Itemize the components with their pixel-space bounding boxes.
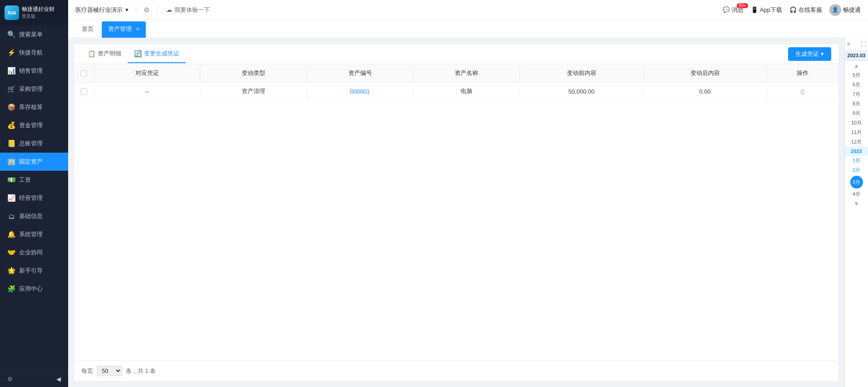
ledger-icon: 📒	[7, 139, 15, 148]
experience-btn[interactable]: ☁ 我要体验一下	[166, 6, 210, 14]
sidebar-label-sales: 销售管理	[19, 67, 43, 75]
settings-icon[interactable]: ⚙	[144, 6, 149, 14]
sidebar-label-cooperation: 企业协同	[19, 248, 43, 257]
topbar-divider2	[157, 6, 157, 14]
sidebar-label-business: 经营管理	[19, 194, 43, 202]
sub-tab-change-voucher-label: 变更生成凭证	[144, 50, 179, 58]
main-panel: 📋 资产明细 🔄 变更生成凭证 生成凭证 ▾	[74, 44, 839, 382]
cal-month-5[interactable]: 5月	[845, 70, 868, 80]
tab-asset-mgmt[interactable]: 资产管理 ×	[102, 21, 146, 38]
cal-month-7[interactable]: 7月	[845, 89, 868, 99]
topbar: 医疗器械行业演示 ▾ ⚙ ☁ 我要体验一下 💬 消息 99+ 📱 App下载 🎧…	[68, 0, 868, 20]
sidebar-label-ledger: 总账管理	[19, 139, 43, 148]
lightning-icon: ⚡	[7, 49, 15, 57]
tab-home[interactable]: 首页	[75, 21, 100, 38]
star-icon: 🌟	[7, 267, 15, 275]
sidebar-item-fixed-assets[interactable]: 🏢 固定资产	[0, 153, 68, 171]
sidebar-item-business[interactable]: 📈 经营管理	[0, 189, 68, 207]
user-name: 畅捷通	[843, 6, 861, 14]
tab-asset-mgmt-label: 资产管理	[108, 25, 132, 32]
table-wrapper: 对应凭证 变动类型 资产编号 资产名称	[74, 64, 838, 360]
message-btn[interactable]: 💬 消息 99+	[723, 6, 744, 14]
sidebar-item-inventory[interactable]: 📦 库存核算	[0, 98, 68, 116]
sidebar-item-guide[interactable]: 🌟 新手引导	[0, 262, 68, 280]
cal-month-10[interactable]: 10月	[845, 118, 868, 128]
company-name: 医疗器械行业演示	[75, 6, 123, 14]
message-icon: 💬	[723, 6, 730, 13]
row-asset-name: 电脑	[413, 83, 520, 100]
sidebar-label-inventory: 库存核算	[19, 103, 43, 111]
company-selector[interactable]: 医疗器械行业演示 ▾	[75, 6, 129, 14]
app-download-btn[interactable]: 📱 App下载	[751, 6, 782, 14]
data-table: 对应凭证 变动类型 资产编号 资产名称	[74, 64, 838, 100]
col-before-value: 变动前内容	[520, 64, 643, 83]
money-icon: 💰	[7, 121, 15, 129]
cart-icon: 🛒	[7, 85, 15, 93]
sidebar-item-sales[interactable]: 📊 销售管理	[0, 62, 68, 80]
sidebar-item-base-info[interactable]: 🗂 基础信息	[0, 207, 68, 225]
chevron-down-icon: ▾	[125, 6, 129, 13]
cal-month-4[interactable]: 4月	[845, 189, 868, 199]
col-asset-code: 资产编号	[307, 64, 413, 83]
sidebar-item-purchase[interactable]: 🛒 采购管理	[0, 80, 68, 98]
generate-voucher-btn[interactable]: 生成凭证 ▾	[788, 47, 831, 61]
sidebar-item-system[interactable]: 🔔 系统管理	[0, 225, 68, 243]
cal-month-8[interactable]: 8月	[845, 99, 868, 109]
select-all-checkbox[interactable]	[80, 70, 87, 77]
user-profile-btn[interactable]: 👤 畅捷通	[829, 4, 861, 16]
scroll-up-btn[interactable]: ▲	[845, 61, 868, 70]
sidebar-label-app-center: 应用中心	[19, 285, 43, 293]
tabbar: 首页 资产管理 ×	[68, 20, 868, 38]
settings-bottom-icon[interactable]: ⚙	[7, 376, 13, 382]
cal-year-2023[interactable]: 2023	[845, 147, 868, 156]
cal-month-9[interactable]: 9月	[845, 109, 868, 118]
app-version: 普及版	[22, 13, 55, 20]
row-checkbox[interactable]	[80, 88, 87, 95]
refresh-icon: 🔄	[134, 50, 142, 57]
puzzle-icon: 🧩	[7, 285, 15, 293]
cal-month-11[interactable]: 11月	[845, 128, 868, 137]
sidebar: AtA 畅捷通好业财 普及版 🔍 搜索菜单 ⚡ 快捷导航 📊 销售管理 🛒 采购…	[0, 0, 68, 387]
sub-tab-asset-list-label: 资产明细	[98, 50, 121, 58]
calendar-expand-btn[interactable]: ⛶	[861, 41, 866, 47]
sidebar-item-app-center[interactable]: 🧩 应用中心	[0, 280, 68, 298]
sidebar-item-search[interactable]: 🔍 搜索菜单	[0, 25, 68, 44]
list-icon: 📋	[88, 50, 95, 57]
sidebar-collapse-icon[interactable]: ◀	[56, 376, 61, 382]
building-icon: 🏢	[7, 158, 15, 166]
sidebar-label-system: 系统管理	[19, 230, 43, 238]
row-operation: 🗑	[767, 83, 838, 100]
row-asset-code: 000001	[307, 83, 413, 100]
tab-close-icon[interactable]: ×	[136, 26, 139, 32]
cal-month-6[interactable]: 6月	[845, 80, 868, 89]
row-after-value: 0.00	[643, 83, 767, 100]
calendar-panel: × ⛶ 2023.03 ▲ 5月 6月 7月 8月 9月 10月 11月 12月…	[844, 38, 868, 387]
sidebar-label-payroll: 工资	[19, 176, 31, 184]
cal-month-3-current[interactable]: 3月	[850, 176, 863, 189]
per-page-select[interactable]: 50 10 20 100	[97, 366, 122, 376]
sub-tabbar: 📋 资产明细 🔄 变更生成凭证 生成凭证 ▾	[74, 44, 838, 64]
cloud-icon: ☁	[166, 6, 172, 13]
sidebar-logo: AtA 畅捷通好业财 普及版	[0, 0, 68, 25]
calendar-close-btn[interactable]: ×	[847, 40, 850, 48]
sidebar-label-fixed-assets: 固定资产	[19, 158, 43, 166]
sidebar-item-cooperation[interactable]: 🤝 企业协同	[0, 243, 68, 262]
online-service-btn[interactable]: 🎧 在线客服	[789, 6, 822, 14]
sidebar-item-capital[interactable]: 💰 资金管理	[0, 116, 68, 134]
sub-tab-change-voucher[interactable]: 🔄 变更生成凭证	[128, 45, 186, 63]
col-change-type: 变动类型	[200, 64, 307, 83]
app-name: 畅捷通好业财	[22, 6, 55, 13]
delete-row-btn[interactable]: 🗑	[799, 88, 806, 95]
sidebar-item-ledger[interactable]: 📒 总账管理	[0, 134, 68, 153]
box-icon: 📦	[7, 103, 15, 111]
cal-month-1[interactable]: 1月	[845, 156, 868, 165]
cal-month-2[interactable]: 2月	[845, 165, 868, 175]
search-icon: 🔍	[7, 30, 15, 39]
scroll-down-btn[interactable]: ▼	[845, 199, 868, 208]
sidebar-item-quick-nav[interactable]: ⚡ 快捷导航	[0, 44, 68, 62]
sidebar-item-payroll[interactable]: 💵 工资	[0, 171, 68, 189]
sub-tab-asset-list[interactable]: 📋 资产明细	[81, 45, 128, 63]
cal-month-12[interactable]: 12月	[845, 137, 868, 147]
avatar: 👤	[829, 4, 841, 16]
content-area: 📋 资产明细 🔄 变更生成凭证 生成凭证 ▾	[68, 38, 868, 387]
